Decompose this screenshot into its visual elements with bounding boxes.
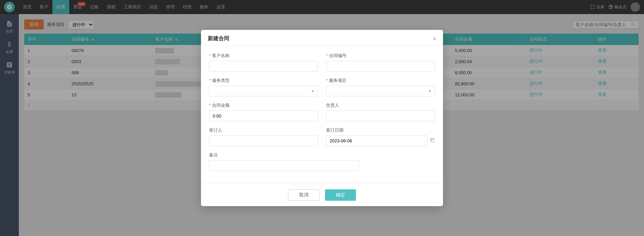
remark-label: 备注 xyxy=(209,152,359,158)
client-name-label: 客户名称 xyxy=(209,53,318,59)
service-type-select-wrap xyxy=(209,86,318,96)
modal-overlay: 新建合同 × 客户名称 合同编号 服务类型 xyxy=(0,0,644,236)
form-row-2: 服务类型 服务项目 xyxy=(209,78,435,96)
confirm-button[interactable]: 确定 xyxy=(325,189,356,201)
modal-body: 客户名称 合同编号 服务类型 服务项目 xyxy=(201,46,443,184)
field-responsible: 负责人 xyxy=(326,102,435,121)
form-row-4: 签订人 签订日期 xyxy=(209,127,435,146)
sign-date-label: 签订日期 xyxy=(326,127,435,133)
contract-no-label: 合同编号 xyxy=(326,53,435,59)
cancel-button[interactable]: 取消 xyxy=(288,189,320,201)
field-contract-amount: 合同金额 xyxy=(209,102,318,121)
field-client-name: 客户名称 xyxy=(209,53,318,72)
calendar-icon[interactable] xyxy=(430,138,435,144)
service-item-select[interactable] xyxy=(326,86,435,96)
field-sign-date: 签订日期 xyxy=(326,127,435,146)
modal-title: 新建合同 xyxy=(208,35,229,42)
contract-amount-label: 合同金额 xyxy=(209,102,318,108)
sign-date-wrapper xyxy=(326,135,435,146)
field-contract-no: 合同编号 xyxy=(326,53,435,72)
signer-label: 签订人 xyxy=(209,127,318,133)
form-row-1: 客户名称 合同编号 xyxy=(209,53,435,72)
service-item-label: 服务项目 xyxy=(326,78,435,84)
remark-input[interactable] xyxy=(209,160,359,171)
sign-date-input[interactable] xyxy=(326,135,428,146)
modal-close-button[interactable]: × xyxy=(433,36,436,42)
service-type-select[interactable] xyxy=(209,86,318,96)
field-signer: 签订人 xyxy=(209,127,318,146)
service-item-select-wrap xyxy=(326,86,435,96)
modal-header: 新建合同 × xyxy=(201,30,443,46)
contract-no-input[interactable] xyxy=(326,61,435,72)
modal-footer: 取消 确定 xyxy=(201,184,443,206)
field-remark: 备注 xyxy=(209,152,359,171)
responsible-input[interactable] xyxy=(326,110,435,121)
responsible-label: 负责人 xyxy=(326,102,435,108)
contract-amount-input[interactable] xyxy=(209,110,318,121)
form-row-5: 备注 xyxy=(209,152,435,171)
form-row-3: 合同金额 负责人 xyxy=(209,102,435,121)
service-type-label: 服务类型 xyxy=(209,78,318,84)
signer-input[interactable] xyxy=(209,135,318,146)
field-service-type: 服务类型 xyxy=(209,78,318,96)
field-service-item: 服务项目 xyxy=(326,78,435,96)
client-name-input[interactable] xyxy=(209,61,318,72)
new-contract-modal: 新建合同 × 客户名称 合同编号 服务类型 xyxy=(201,30,443,206)
